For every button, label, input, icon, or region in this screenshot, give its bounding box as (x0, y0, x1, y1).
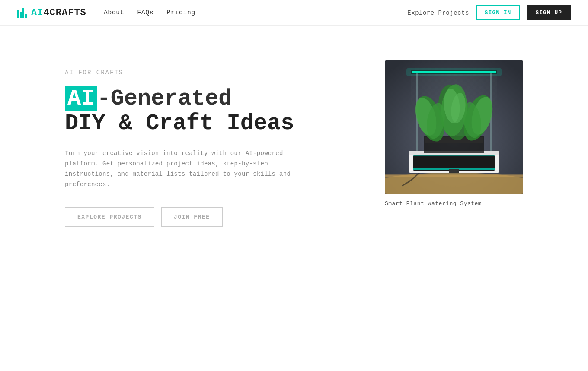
hero-subtitle: AI for CRAFTS (65, 69, 350, 76)
hero-description: Turn your creative vision into reality w… (65, 149, 307, 190)
signin-button[interactable]: SIGN IN (476, 5, 520, 20)
header-left: AI4CRAFTS About FAQs Pricing (17, 7, 195, 18)
signup-button[interactable]: SIGN UP (527, 5, 571, 20)
logo-bar-3 (22, 8, 24, 18)
explore-projects-button[interactable]: EXPLORE PROJECTS (65, 207, 154, 227)
hero-image-container (385, 60, 523, 194)
hero-image-section: Smart Plant Watering System (385, 60, 523, 207)
logo-bar-1 (17, 10, 19, 18)
explore-projects-link[interactable]: Explore Projects (407, 10, 469, 16)
hero-title-line1: AI-Generated (65, 86, 232, 111)
logo-ai: AI (31, 7, 43, 18)
image-caption: Smart Plant Watering System (385, 200, 523, 207)
header-right: Explore Projects SIGN IN SIGN UP (407, 5, 571, 20)
hero-content: AI for CRAFTS AI-Generated DIY & Craft I… (65, 60, 350, 227)
hero-ai-highlight: AI (65, 86, 97, 111)
nav-pricing[interactable]: Pricing (166, 9, 195, 16)
main-content: AI for CRAFTS AI-Generated DIY & Craft I… (0, 26, 588, 227)
svg-rect-26 (449, 169, 459, 173)
nav-about[interactable]: About (104, 9, 125, 16)
logo-bar-4 (25, 14, 27, 18)
logo-bars (17, 8, 27, 18)
nav-faqs[interactable]: FAQs (137, 9, 153, 16)
hero-title: AI-Generated DIY & Craft Ideas (65, 86, 350, 136)
svg-rect-2 (385, 175, 523, 194)
logo-bar-2 (20, 12, 22, 18)
join-free-button[interactable]: JOIN FREE (161, 207, 223, 227)
logo-text: AI4CRAFTS (31, 7, 86, 18)
hero-title-line2: DIY & Craft Ideas (65, 111, 350, 136)
logo-icon (17, 8, 27, 18)
logo-crafts: 4CRAFTS (43, 7, 86, 18)
hero-buttons: EXPLORE PROJECTS JOIN FREE (65, 207, 350, 227)
hero-title-rest: -Generated (97, 86, 232, 111)
logo[interactable]: AI4CRAFTS (17, 7, 86, 18)
site-header: AI4CRAFTS About FAQs Pricing Explore Pro… (0, 0, 588, 26)
svg-rect-3 (385, 174, 523, 177)
plant-image (385, 60, 523, 194)
main-nav: About FAQs Pricing (104, 9, 195, 16)
svg-rect-27 (413, 155, 495, 156)
